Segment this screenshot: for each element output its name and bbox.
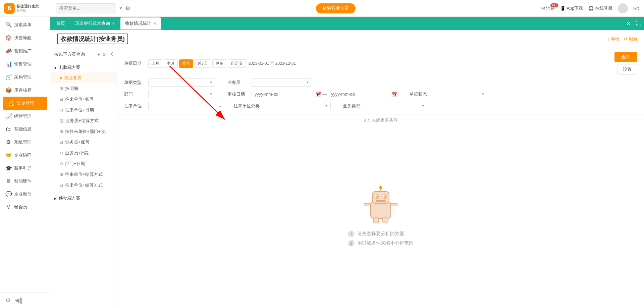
sidebar-item-label: 营销推广: [14, 48, 32, 54]
date-btn-more[interactable]: 更多: [212, 59, 226, 68]
tab-close-icon[interactable]: ✕: [153, 21, 156, 26]
collapse-sidebar-icon[interactable]: ◀‖: [15, 297, 22, 304]
topbar-center: 体验行业方案: [134, 3, 537, 13]
filter-row-date: 单据日期 上月 本月 本年 近7天 更多 自定义 2023-01-01 至 20…: [124, 52, 637, 75]
refresh-button[interactable]: ↺ 刷新: [624, 36, 637, 42]
sidebar-item-sales[interactable]: 📊 销售管理: [0, 57, 50, 70]
review-date-to-input[interactable]: [328, 90, 390, 98]
close-window-icon[interactable]: ✕: [625, 20, 632, 27]
operation-icon: 📈: [5, 113, 11, 119]
scheme-item-partner-settle2[interactable]: ⊟ 往来单位+结算方式: [50, 180, 117, 191]
salesperson-select-wrapper: ▼: [252, 78, 312, 87]
chart-icon: ▥: [60, 118, 63, 123]
empty-step-1: 1 请先选择要分析的方案: [348, 230, 414, 237]
scheme-item-partner-dept[interactable]: ⊞ 按往来单位+部门+收...: [50, 126, 117, 137]
sales-icon: 📊: [5, 61, 11, 67]
sidebar-item-quicknav[interactable]: 🏠 快捷导航: [0, 31, 50, 44]
sidebar-item-finance[interactable]: 💰 资金管理: [3, 97, 47, 110]
tab-close-icon[interactable]: ✕: [112, 21, 115, 26]
date-btn-last-month[interactable]: 上月: [148, 59, 162, 68]
partner-category-select[interactable]: [264, 102, 331, 110]
collapse-more-bar[interactable]: ∧∧ 收起更多条件: [117, 114, 644, 126]
date-btn-7days[interactable]: 近7天: [195, 59, 211, 68]
date-btn-custom[interactable]: 自定义: [228, 59, 246, 68]
scheme-item-partner-date[interactable]: ⊟ 往来单位+日期: [50, 105, 117, 115]
export-icon: ↑: [607, 37, 610, 42]
trial-button[interactable]: 体验行业方案: [316, 3, 356, 13]
sidebar-item-marketing[interactable]: 📣 营销推广: [0, 44, 50, 57]
settings-bottom-icon[interactable]: ⚙: [5, 297, 11, 304]
scheme-item-salesperson-settle[interactable]: ▥ 业务员+结算方式: [50, 115, 117, 126]
online-service-link[interactable]: 🎧 在线客服: [588, 5, 612, 11]
partner-input[interactable]: [148, 102, 216, 110]
scheme-item-dept-date[interactable]: ⊙ 部门+日期: [50, 158, 117, 169]
doc-type-select-wrapper: ▼: [148, 78, 215, 87]
tab-label: 现金银行流水查询: [75, 20, 110, 27]
salesperson-more-icon[interactable]: ···: [316, 80, 320, 85]
tab-home[interactable]: 首页: [52, 20, 70, 27]
table-icon4: ⊟: [60, 183, 63, 188]
scheme-add-icon[interactable]: +: [97, 52, 100, 57]
maximize-window-icon[interactable]: ⛶: [635, 20, 643, 27]
grid-icon: ⊞: [60, 86, 63, 91]
scheme-item-detail[interactable]: ⊞ 按明细: [50, 83, 117, 94]
scheme-item-partner-settle1[interactable]: ⊞ 往来单位+结算方式: [50, 169, 117, 180]
review-date-label: 审核日期: [227, 91, 248, 97]
sidebar-item-label: 企业微信: [14, 191, 32, 197]
doc-type-select[interactable]: [148, 78, 215, 87]
tab-bank-flow[interactable]: 现金银行流水查询 ✕: [70, 17, 120, 30]
export-button[interactable]: ↑ 导出: [607, 36, 620, 42]
sidebar-item-operation[interactable]: 📈 经营管理: [0, 110, 50, 123]
review-date-from-calendar-icon[interactable]: 📅: [315, 92, 321, 97]
tabbar: 首页 现金银行流水查询 ✕ 收款情况统计 ✕ ✕ ⛶: [50, 17, 644, 30]
sidebar-item-search[interactable]: 🔍 搜索菜单: [0, 18, 50, 31]
sidebar-item-member[interactable]: V 畅会员: [0, 201, 50, 213]
app-download-link[interactable]: 📱 App下载: [560, 5, 583, 11]
scheme-setting-icon[interactable]: ⚙: [102, 52, 106, 57]
scheme-group-mobile-title[interactable]: ▸ 移动端方案: [50, 193, 117, 203]
date-btn-this-month[interactable]: 本月: [164, 59, 178, 68]
salesperson-label: 业务员: [227, 80, 248, 86]
scheme-group-desktop: ▾ 电脑端方案 ● 按业务员 ⊞ 按明细 ⊟ 往来单位+账号: [50, 61, 117, 192]
sidebar-item-enterprise[interactable]: 🤝 企业协同: [0, 149, 50, 162]
sidebar-item-guide[interactable]: 🎓 新手引导: [0, 162, 50, 175]
sidebar-item-label: 库存核算: [14, 87, 32, 93]
dept-select[interactable]: [148, 90, 215, 98]
guide-icon: 🎓: [5, 165, 11, 171]
message-badge[interactable]: ✉ 消息 99+: [541, 5, 555, 11]
doc-status-label: 单据状态: [410, 91, 430, 97]
biz-type-select[interactable]: [367, 102, 427, 110]
scheme-item-partner-account[interactable]: ⊟ 往来单位+账号: [50, 94, 117, 105]
query-button[interactable]: 查询: [614, 52, 637, 62]
scheme-group-mobile: ▸ 移动端方案: [50, 192, 117, 205]
scheme-collapse-icon[interactable]: 《: [108, 51, 113, 57]
scheme-item-salesperson-date[interactable]: ⊙ 业务员+日期: [50, 148, 117, 158]
sidebar-item-label: 快捷导航: [14, 35, 32, 41]
sidebar-item-hardware[interactable]: 🖥 智能硬件: [0, 175, 50, 188]
scheme-item-salesperson-account[interactable]: ⊟ 业务员+账号: [50, 137, 117, 148]
partner-label: 往来单位: [124, 103, 144, 109]
sidebar-item-inventory[interactable]: 📦 库存核算: [0, 84, 50, 97]
partner-more-icon[interactable]: ···: [217, 103, 221, 109]
sidebar: 6 畅捷通好生意 标准版 🔍 搜索菜单 🏠 快捷导航 📣 营销推广 📊 销售管理…: [0, 0, 50, 308]
review-date-from-input[interactable]: [252, 90, 314, 98]
dropdown-arrow-icon[interactable]: ▼: [119, 6, 123, 11]
date-btn-this-year[interactable]: 本年: [179, 59, 193, 68]
salesperson-select[interactable]: [252, 78, 312, 87]
chevron-right-icon: ▸: [54, 196, 57, 201]
review-date-to-calendar-icon[interactable]: 📅: [392, 92, 397, 97]
dept-label: 部门: [124, 91, 144, 97]
sidebar-item-system[interactable]: ⚙ 系统管理: [0, 136, 50, 149]
sidebar-item-purchase[interactable]: 🛒 采购管理: [0, 70, 50, 84]
sidebar-item-wechat[interactable]: 💬 企业微信: [0, 188, 50, 201]
sidebar-item-label: 企业协同: [14, 152, 32, 158]
setting-button[interactable]: 设置: [617, 64, 637, 75]
sidebar-item-basic[interactable]: 🗂 基础信息: [0, 123, 50, 136]
doc-status-select[interactable]: [434, 90, 487, 98]
topbar-gear-icon[interactable]: ⚙: [125, 5, 130, 11]
tab-receipt-stat[interactable]: 收款情况统计 ✕: [120, 17, 161, 30]
user-avatar[interactable]: [618, 3, 628, 13]
scheme-group-desktop-title[interactable]: ▾ 电脑端方案: [50, 62, 117, 72]
search-menu-input[interactable]: [56, 3, 116, 13]
scheme-item-salesperson[interactable]: ● 按业务员: [50, 72, 117, 83]
